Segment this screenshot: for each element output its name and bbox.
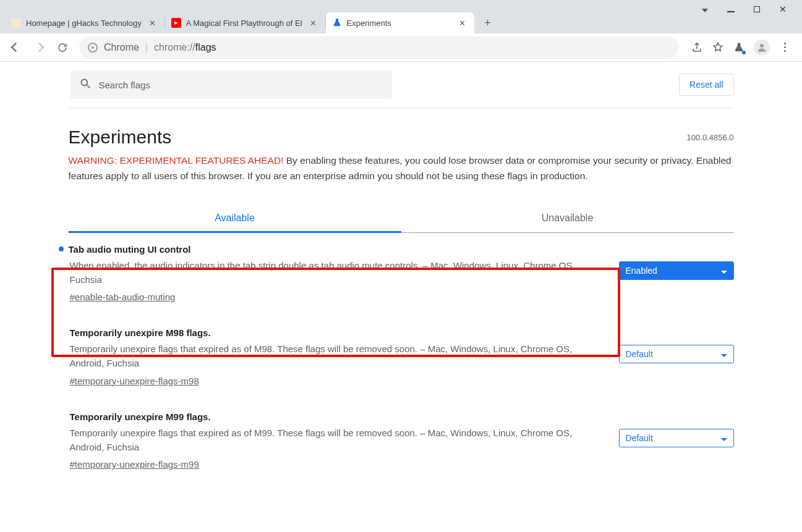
close-tab-icon[interactable]: ✕ [456,17,468,29]
divider [69,108,734,108]
tab-experiments[interactable]: Experiments ✕ [326,12,474,33]
flag-hash-link[interactable]: #temporary-unexpire-flags-m98 [70,376,199,386]
flag-row: Tab audio muting UI controlWhen enabled,… [69,233,734,317]
profile-avatar-button[interactable] [754,40,770,56]
bookmark-star-icon[interactable] [712,41,724,54]
tab-ghacks[interactable]: Homepage | gHacks Technology ✕ [5,12,164,33]
flag-description: Temporarily unexpire flags that expired … [70,426,600,455]
modified-dot-icon [59,247,64,251]
forward-button[interactable] [28,37,49,58]
flag-title: Temporarily unexpire M99 flags. [70,412,600,422]
tab-available[interactable]: Available [69,205,401,232]
flags-list: Tab audio muting UI controlWhen enabled,… [69,233,734,484]
chevron-down-icon [721,266,727,276]
flag-title: Tab audio muting UI control [70,244,600,255]
ghacks-favicon-icon [11,18,21,28]
youtube-favicon-icon [171,18,181,28]
flag-description: When enabled, the audio indicators in th… [70,258,600,287]
experiments-toolbar-icon[interactable] [733,41,745,54]
flask-favicon-icon [332,18,342,28]
tab-strip: Homepage | gHacks Technology ✕ A Magical… [0,0,802,33]
tab-title: Homepage | gHacks Technology [26,19,142,28]
close-window-button[interactable] [779,5,787,14]
tab-youtube[interactable]: A Magical First Playthrough of El ✕ [165,12,325,33]
search-icon [79,77,92,92]
minimize-button[interactable] [727,5,735,14]
search-flags-input[interactable]: Search flags [70,70,392,99]
warning-red-text: WARNING: EXPERIMENTAL FEATURES AHEAD! [69,155,284,166]
share-icon[interactable] [691,41,703,54]
flag-hash-link[interactable]: #enable-tab-audio-muting [70,292,176,302]
tab-title: Experiments [347,19,451,28]
new-tab-button[interactable]: + [479,14,497,32]
maximize-button[interactable] [753,5,761,14]
omnibox-separator: | [145,42,148,53]
close-tab-icon[interactable]: ✕ [147,17,158,29]
chevron-down-icon[interactable] [701,5,709,14]
svg-point-0 [760,44,764,48]
omnibox-scheme-label: Chrome [104,42,139,53]
svg-point-1 [81,79,87,85]
flag-row: Temporarily unexpire M99 flags.Temporari… [69,400,734,484]
page-viewport: Search flags Reset all Experiments 100.0… [0,62,802,532]
chrome-scheme-icon [88,43,98,53]
kebab-menu-button[interactable] [779,41,791,54]
reset-all-button[interactable]: Reset all [679,74,733,96]
flag-title: Temporarily unexpire M98 flags. [70,327,600,338]
warning-text: WARNING: EXPERIMENTAL FEATURES AHEAD! By… [69,153,734,184]
flag-description: Temporarily unexpire flags that expired … [70,342,600,371]
flag-state-select[interactable]: Default [619,345,734,363]
flag-state-select[interactable]: Default [619,429,734,447]
reload-button[interactable] [52,37,73,58]
svg-line-2 [87,85,90,88]
chevron-down-icon [721,349,727,359]
window-controls [686,0,802,19]
close-tab-icon[interactable]: ✕ [307,17,319,29]
search-placeholder: Search flags [99,80,150,90]
flag-row: Temporarily unexpire M98 flags.Temporari… [69,316,734,400]
flag-state-select[interactable]: Enabled [619,261,734,280]
chevron-down-icon [721,433,727,443]
back-button[interactable] [5,37,26,58]
tab-title: A Magical First Playthrough of El [186,19,302,28]
flag-hash-link[interactable]: #temporary-unexpire-flags-m99 [70,459,199,470]
tab-unavailable[interactable]: Unavailable [401,205,734,232]
omnibox-url: chrome://flags [154,42,216,53]
flag-tabs: Available Unavailable [69,205,734,233]
browser-toolbar: Chrome | chrome://flags [0,33,802,62]
address-bar[interactable]: Chrome | chrome://flags [79,36,678,59]
